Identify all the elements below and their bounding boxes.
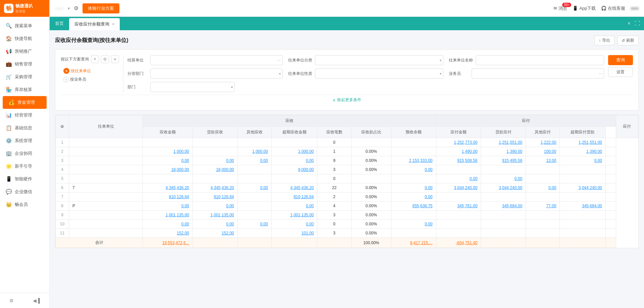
table-cell[interactable]: 0.00 [391,220,436,229]
table-cell[interactable]: 1,390.00 [560,147,606,156]
salesperson-more-icon[interactable]: ··· [599,71,602,76]
table-cell[interactable]: 1,390.00 [481,147,526,156]
tab-fullscreen-icon[interactable]: ⛶ [635,20,640,27]
online-service-btn[interactable]: 🎧 在线客服 [601,5,625,11]
table-cell[interactable]: 0.00 [391,165,436,174]
sidebar-item-search[interactable]: 🔍 搜索菜单 [0,19,49,32]
tab-window-close-icon[interactable]: × [628,20,631,27]
sidebar-item-inventory[interactable]: 🏪 库存核算 [0,83,49,96]
table-cell[interactable]: 0.00 [560,156,606,165]
table-cell[interactable]: 0.00 [436,174,481,183]
sidebar-item-purchase[interactable]: 🛒 采购管理 [0,71,49,83]
table-settings-header[interactable]: ⚙ [56,115,69,138]
table-cell[interactable]: 1,252,773.00 [436,138,481,147]
salesperson-input[interactable] [472,69,604,79]
table-cell[interactable]: 4,345,436.20 [193,183,237,192]
partner-name-input[interactable] [476,55,604,65]
message-btn[interactable]: ✉ 消息 99+ [553,5,567,11]
table-cell[interactable]: 0.00 [271,220,317,229]
app-download-btn[interactable]: 📱 App下载 [573,5,596,11]
sidebar-item-sales[interactable]: 💼 销售管理 [0,58,49,71]
table-cell[interactable]: 9,000.00 [271,165,317,174]
table-cell[interactable]: 1,001,135.00 [271,211,317,220]
table-cell[interactable]: 13.00 [526,156,560,165]
sidebar-item-smart-hardware[interactable]: 📱 智能硬件 [0,173,49,185]
table-cell[interactable]: 0.00 [143,156,193,165]
table-cell[interactable]: 0.00 [237,183,271,192]
setting-button[interactable]: 设置 [608,67,633,77]
sidebar-item-enterprise[interactable]: 🏢 企业协同 [0,147,49,160]
collapse-plan-btn[interactable]: « [111,55,119,63]
table-cell[interactable]: 3,044,240.00 [436,183,481,192]
table-cell[interactable]: 0.00 [391,183,436,192]
table-cell[interactable]: 1,251,551.00 [560,138,606,147]
tab-receivable-query[interactable]: 应收应付余额查询 × [69,18,120,30]
table-cell[interactable]: 1,000.00 [237,147,271,156]
table-cell[interactable]: 152.00 [193,229,237,238]
table-cell[interactable]: 3,044,240.00 [560,183,606,192]
table-cell[interactable]: 0.00 [526,183,560,192]
total-payable-amount[interactable]: -654,751.40 [436,238,481,248]
sidebar-collapse-btn[interactable]: ◀▐ [30,297,43,305]
table-cell[interactable]: 655,636.75 [391,202,436,211]
table-cell[interactable]: 101.00 [271,229,317,238]
table-cell[interactable]: 0.00 [271,202,317,211]
table-cell[interactable]: 345,684.00 [560,202,606,211]
table-cell[interactable]: 0.00 [271,156,317,165]
dept-select[interactable] [150,82,235,92]
table-cell[interactable]: 1,490.00 [436,147,481,156]
settlement-more-icon[interactable]: ··· [277,58,281,62]
table-cell[interactable]: 810,126.64 [143,192,193,202]
table-cell[interactable]: 915,508.56 [436,156,481,165]
table-cell[interactable]: 0.00 [193,156,237,165]
export-button[interactable]: ↑ 导出 [594,36,614,45]
sidebar-item-member[interactable]: 👑 畅会员 [0,198,49,211]
settlement-input[interactable] [150,55,283,65]
table-cell[interactable]: 100.00 [526,147,560,156]
table-cell[interactable]: 1,222.00 [526,138,560,147]
table-cell[interactable]: 1,001,135.00 [143,211,193,220]
table-cell[interactable]: 810,126.64 [271,192,317,202]
table-cell[interactable]: 0.00 [143,220,193,229]
sidebar-item-operations[interactable]: 📊 经营管理 [0,109,49,122]
total-receivable-amount[interactable]: 19,553,472,6... [143,238,193,248]
query-button[interactable]: 查询 [608,55,633,65]
table-cell[interactable]: 0.00 [143,202,193,211]
refresh-button[interactable]: ↺ 刷新 [617,36,639,45]
user-profile[interactable]: ●●● [631,6,639,11]
table-cell[interactable]: 4,345,436.20 [143,183,193,192]
settings-plan-btn[interactable]: ⊙ [101,55,109,63]
table-cell[interactable]: 0.00 [237,220,271,229]
table-cell[interactable]: 18,000.00 [193,165,237,174]
table-cell[interactable]: 345,684.00 [481,202,526,211]
table-cell[interactable]: 0.00 [193,220,237,229]
sidebar-item-basic-info[interactable]: 📋 基础信息 [0,122,49,134]
sidebar-item-guide[interactable]: 🌟 新手引导 [0,160,49,173]
sidebar-item-wechat[interactable]: 💬 企业微信 [0,185,49,198]
tab-close-icon[interactable]: × [112,22,114,27]
tab-home[interactable]: 首页 [50,17,69,30]
table-cell[interactable]: 3,044,240.00 [481,183,526,192]
table-cell[interactable]: 0.00 [481,174,526,183]
sidebar-item-capital[interactable]: 💰 资金管理 [3,96,47,109]
partner-nature-select[interactable] [315,69,443,79]
table-cell[interactable]: 77.00 [526,202,560,211]
table-cell[interactable]: 1,001,135.00 [193,211,237,220]
table-cell[interactable]: 345,761.00 [436,202,481,211]
promo-button[interactable]: 体验行业方案 [83,3,119,13]
table-cell[interactable]: 0.00 [193,202,237,211]
table-cell[interactable]: 1,000.00 [143,147,193,156]
table-cell[interactable]: 2,153,333.00 [391,156,436,165]
table-cell[interactable]: 1,000.00 [271,147,317,156]
sidebar-item-quick-nav[interactable]: 🏠 快捷导航 [0,32,49,45]
table-cell[interactable]: 810,126.64 [193,192,237,202]
filter-option-partner[interactable]: ✦ 按往来单位 [61,67,119,75]
total-advance-balance[interactable]: 6,417,215.... [391,238,436,248]
table-cell[interactable]: 152.00 [143,229,193,238]
add-plan-btn[interactable]: + [91,55,99,63]
filter-option-salesperson[interactable]: ○ 按业务员 [61,75,119,84]
table-cell[interactable]: 4,345,436.20 [271,183,317,192]
table-cell[interactable]: 18,000.00 [143,165,193,174]
sidebar-settings-btn[interactable]: ⚙ [7,297,16,305]
collapse-filter-btn[interactable]: ∧ 收起更多条件 [61,95,633,105]
